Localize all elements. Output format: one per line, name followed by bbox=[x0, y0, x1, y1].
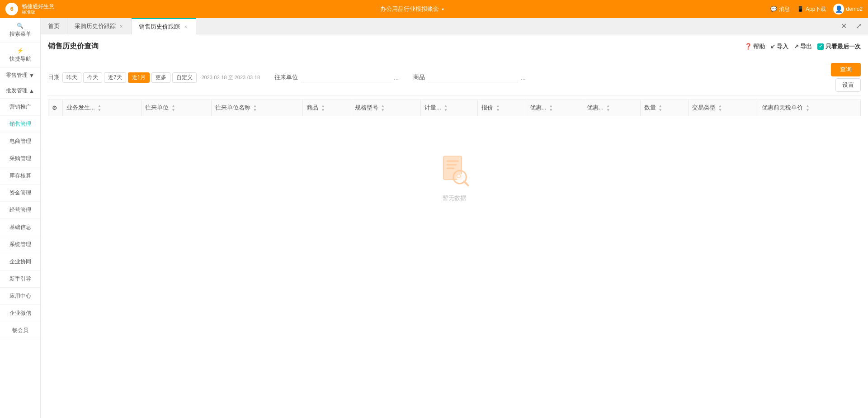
sidebar-item-marketing[interactable]: 营销推广 bbox=[0, 99, 40, 116]
date-filter-label: 日期 bbox=[48, 73, 60, 81]
th-unit[interactable]: 计量... ▲▼ bbox=[421, 100, 478, 116]
close-sales-tab[interactable]: × bbox=[183, 24, 188, 30]
import-icon: ↙ bbox=[770, 43, 775, 50]
tab-home[interactable]: 首页 bbox=[41, 18, 67, 34]
th-product-label: 商品 bbox=[307, 104, 318, 111]
sort-arrows-partner[interactable]: ▲▼ bbox=[171, 104, 175, 112]
th-partner-code[interactable]: 往来单位 ▲▼ bbox=[142, 100, 211, 116]
date-btn-more[interactable]: 更多 bbox=[151, 72, 170, 83]
user-area[interactable]: 👤 demo2 bbox=[833, 4, 863, 14]
th-pretax-price[interactable]: 优惠前无税单价 ▲▼ bbox=[758, 100, 861, 116]
th-spec-label: 规格型号 bbox=[355, 104, 378, 111]
sort-arrows-disc2[interactable]: ▲▼ bbox=[606, 104, 610, 112]
search-icon: 🔍 bbox=[17, 23, 24, 29]
th-partner-name-label: 往来单位名称 bbox=[215, 104, 250, 111]
date-btn-today[interactable]: 今天 bbox=[83, 72, 102, 83]
date-btn-yesterday[interactable]: 昨天 bbox=[62, 72, 81, 83]
th-partner-name[interactable]: 往来单位名称 ▲▼ bbox=[211, 100, 302, 116]
sort-arrows-trade[interactable]: ▲▼ bbox=[718, 104, 722, 112]
settings-button[interactable]: 设置 bbox=[835, 78, 861, 92]
sort-arrows-partner-name[interactable]: ▲▼ bbox=[253, 104, 257, 112]
maximize-window-btn[interactable]: ⤢ bbox=[853, 21, 864, 31]
date-filter-group: 日期 昨天 今天 近7天 近1月 更多 自定义 2023-02-18 至 202… bbox=[48, 72, 260, 83]
export-link[interactable]: ↗ 导出 bbox=[794, 43, 812, 51]
product-filter-input[interactable] bbox=[428, 72, 518, 82]
th-partner-code-label: 往来单位 bbox=[145, 104, 169, 111]
tab-purchase-history[interactable]: 采购历史价跟踪 × bbox=[67, 18, 132, 34]
date-btn-last7[interactable]: 近7天 bbox=[104, 72, 126, 83]
app-download-btn[interactable]: 📱 App下载 bbox=[797, 5, 826, 13]
sidebar-item-guide[interactable]: 新手引导 bbox=[0, 271, 40, 288]
sidebar-item-sales[interactable]: 销售管理 bbox=[0, 116, 40, 133]
sidebar-item-basic[interactable]: 基础信息 bbox=[0, 219, 40, 236]
th-quantity[interactable]: 数量 ▲▼ bbox=[640, 100, 688, 116]
app-dropdown-arrow[interactable]: ▾ bbox=[442, 7, 444, 12]
th-discount1[interactable]: 优惠... ▲▼ bbox=[526, 100, 583, 116]
partner-filter-input[interactable] bbox=[301, 72, 391, 82]
tab-bar: 首页 采购历史价跟踪 × 销售历史价跟踪 × ✕ ⤢ bbox=[41, 18, 868, 34]
date-btn-1month[interactable]: 近1月 bbox=[128, 72, 150, 83]
sort-arrows-pretax[interactable]: ▲▼ bbox=[806, 104, 810, 112]
sort-arrows-biz[interactable]: ▲▼ bbox=[97, 104, 101, 112]
date-btn-custom[interactable]: 自定义 bbox=[172, 72, 197, 83]
help-link[interactable]: ❓ 帮助 bbox=[745, 43, 765, 51]
sidebar-item-purchase[interactable]: 采购管理 bbox=[0, 150, 40, 167]
th-trade-type[interactable]: 交易类型 ▲▼ bbox=[688, 100, 758, 116]
filter-bar: 日期 昨天 今天 近7天 近1月 更多 自定义 2023-02-18 至 202… bbox=[48, 58, 861, 96]
th-quote-price[interactable]: 报价 ▲▼ bbox=[478, 100, 526, 116]
close-window-btn[interactable]: ✕ bbox=[838, 21, 849, 31]
sidebar-label-basic: 基础信息 bbox=[9, 223, 31, 231]
sort-arrows-disc1[interactable]: ▲▼ bbox=[549, 104, 553, 112]
sidebar-item-operations[interactable]: 经营管理 bbox=[0, 202, 40, 219]
message-btn[interactable]: 💬 消息 bbox=[770, 5, 790, 13]
help-icon: ❓ bbox=[745, 43, 752, 50]
sidebar-item-member[interactable]: 畅会员 bbox=[0, 322, 40, 339]
sidebar-item-finance[interactable]: 资金管理 bbox=[0, 185, 40, 202]
sidebar-item-wholesale[interactable]: 批发管理 ▲ bbox=[0, 83, 40, 99]
download-icon: 📱 bbox=[797, 6, 804, 12]
date-buttons: 昨天 今天 近7天 近1月 更多 自定义 bbox=[62, 72, 197, 83]
empty-state: 暂无数据 bbox=[48, 116, 861, 238]
partner-dots: ... bbox=[394, 74, 399, 81]
th-product[interactable]: 商品 ▲▼ bbox=[303, 100, 351, 116]
only-last-checkbox-label[interactable]: ✓ 只看最后一次 bbox=[817, 43, 861, 51]
import-link[interactable]: ↙ 导入 bbox=[770, 43, 788, 51]
sidebar-item-shortcuts[interactable]: ⚡ 快捷导航 bbox=[0, 43, 40, 68]
close-purchase-tab[interactable]: × bbox=[118, 23, 124, 29]
th-pretax-price-label: 优惠前无税单价 bbox=[762, 104, 803, 111]
sidebar-item-inventory[interactable]: 库存核算 bbox=[0, 167, 40, 185]
top-bar-right: 💬 消息 📱 App下载 👤 demo2 bbox=[770, 4, 863, 14]
sidebar-item-retail[interactable]: 零售管理 ▼ bbox=[0, 68, 40, 83]
message-icon: 💬 bbox=[770, 6, 777, 12]
th-biz-date[interactable]: 业务发生... ▲▼ bbox=[63, 100, 142, 116]
sidebar-label-finance: 资金管理 bbox=[9, 189, 31, 197]
product-dots: ... bbox=[521, 74, 526, 81]
tab-purchase-label: 采购历史价跟踪 bbox=[75, 22, 116, 30]
settings-gear-icon[interactable]: ⚙ bbox=[52, 104, 57, 111]
sidebar-label-search: 搜索菜单 bbox=[9, 30, 31, 38]
sort-arrows-spec[interactable]: ▲▼ bbox=[381, 104, 385, 112]
logo-icon: 6 bbox=[5, 3, 18, 15]
tab-sales-history[interactable]: 销售历史价跟踪 × bbox=[132, 18, 196, 34]
page-title-actions: ❓ 帮助 ↙ 导入 ↗ 导出 ✓ 只看最后一次 bbox=[745, 43, 861, 51]
sort-arrows-product[interactable]: ▲▼ bbox=[321, 104, 325, 112]
th-discount2[interactable]: 优惠... ▲▼ bbox=[583, 100, 640, 116]
top-bar: 6 畅捷通好生意 标准版 办公用品行业模拟账套 ▾ 💬 消息 📱 App下载 👤… bbox=[0, 0, 868, 18]
query-button[interactable]: 查询 bbox=[831, 63, 861, 76]
sort-arrows-qty[interactable]: ▲▼ bbox=[658, 104, 662, 112]
th-spec[interactable]: 规格型号 ▲▼ bbox=[351, 100, 420, 116]
sidebar-item-system[interactable]: 系统管理 bbox=[0, 236, 40, 253]
sidebar-item-wechat[interactable]: 企业微信 bbox=[0, 305, 40, 322]
sidebar-item-search[interactable]: 🔍 搜索菜单 bbox=[0, 18, 40, 43]
th-settings[interactable]: ⚙ bbox=[48, 100, 63, 116]
sidebar-item-ecommerce[interactable]: 电商管理 bbox=[0, 133, 40, 150]
svg-rect-3 bbox=[446, 167, 454, 169]
only-last-checkbox[interactable]: ✓ bbox=[817, 43, 824, 50]
sidebar-item-cooperation[interactable]: 企业协同 bbox=[0, 253, 40, 271]
sort-arrows-quote[interactable]: ▲▼ bbox=[496, 104, 500, 112]
wholesale-arrow: ▲ bbox=[29, 88, 34, 94]
sort-arrows-unit[interactable]: ▲▼ bbox=[444, 104, 448, 112]
top-bar-center[interactable]: 办公用品行业模拟账套 ▾ bbox=[380, 5, 444, 13]
sidebar-item-app-center[interactable]: 应用中心 bbox=[0, 288, 40, 305]
svg-rect-1 bbox=[446, 160, 458, 162]
